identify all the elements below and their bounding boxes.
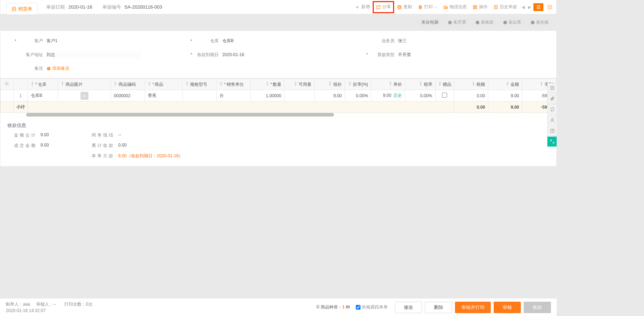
col-gift[interactable]: ▲▼赠品: [435, 79, 454, 90]
badge-uninvoiced: i 未开票: [444, 18, 470, 27]
col-amount[interactable]: ▲▼金额: [488, 79, 522, 90]
field-address: *客户地址 刘总: [15, 51, 190, 58]
truck-icon: [443, 5, 448, 10]
address-value[interactable]: 刘总: [47, 52, 55, 58]
field-invoice-type: *票据类型 不开票: [366, 51, 542, 58]
col-price[interactable]: ▲▼单价: [371, 79, 405, 90]
rail-expand[interactable]: [547, 137, 557, 147]
svg-rect-2: [398, 5, 400, 8]
subtotal-amount: 9.00: [488, 102, 522, 113]
footer-center: © 商品种类：1 种 价格跟踪本单: [316, 304, 388, 310]
row-index: 1: [13, 90, 28, 102]
cell-quote[interactable]: 9.00: [315, 90, 345, 102]
rail-notes[interactable]: [547, 83, 557, 93]
action-new[interactable]: 新增: [352, 2, 373, 12]
card-icon: [547, 4, 553, 10]
price-follow-checkbox[interactable]: 价格跟踪本单: [356, 304, 388, 310]
col-spec[interactable]: ▲▼规格型号: [183, 79, 217, 90]
svg-rect-10: [475, 5, 477, 7]
action-ops[interactable]: 操作: [470, 2, 490, 12]
cell-qty[interactable]: 1.00000: [250, 90, 284, 102]
footer-meta: 制单人：aaa 审核人：-- 打印次数：0次 2020-01-16 14:32:…: [6, 301, 93, 314]
cell-discount[interactable]: 0.00%: [345, 90, 371, 102]
gear-icon: [4, 81, 9, 86]
cell-spec[interactable]: [183, 90, 217, 102]
cell-image[interactable]: b: [58, 90, 111, 102]
gift-checkbox[interactable]: [442, 93, 447, 98]
col-product[interactable]: ▲▼*商品: [145, 79, 182, 90]
col-sku[interactable]: ▲▼商品编码: [111, 79, 145, 90]
main-panel: *客户 客户1 *仓库 仓库B *业务员 张三 *客户地址 刘总 *收款到期日 …: [0, 30, 557, 167]
edit-button[interactable]: 修改: [395, 302, 422, 313]
view-list[interactable]: [533, 3, 543, 11]
prev-doc[interactable]: ◀: [520, 2, 526, 12]
col-quote[interactable]: ▲▼报价: [315, 79, 345, 90]
col-qty[interactable]: ▲▼*数量: [250, 79, 284, 90]
accum-receipt: 0.00: [118, 143, 126, 149]
delete-button[interactable]: 删除: [425, 302, 452, 313]
cell-tax-rate[interactable]: 0.00%: [405, 90, 435, 102]
warehouse-value[interactable]: 仓库B: [222, 38, 234, 44]
salesman-value[interactable]: 张三: [398, 38, 407, 44]
rail-help[interactable]: [547, 126, 557, 136]
cell-gift[interactable]: [435, 90, 454, 102]
rail-user[interactable]: [547, 115, 557, 125]
deal-amount: 9.00: [40, 143, 49, 149]
field-salesman: *业务员 张三: [366, 38, 542, 44]
print-count: 0次: [86, 302, 93, 307]
cell-product[interactable]: 香蕉: [145, 90, 182, 102]
subtotal-row: 小计 0.00 9.00 -59.21: [1, 102, 556, 113]
col-available[interactable]: ▲▼可用量: [284, 79, 314, 90]
timestamp: 2020-01-16 14:32:07: [6, 308, 45, 313]
action-copy[interactable]: 复制: [394, 2, 415, 12]
cell-sale-unit[interactable]: 台: [217, 90, 251, 102]
field-customer: *客户 客户1: [15, 38, 190, 44]
rail-attach[interactable]: [547, 94, 557, 104]
cell-warehouse[interactable]: 仓库B: [28, 90, 58, 102]
invoice-type-value[interactable]: 不开票: [398, 52, 411, 58]
customer-value[interactable]: 客户1: [47, 38, 58, 44]
view-card[interactable]: [545, 3, 555, 11]
product-kinds: © 商品种类：1 种: [316, 304, 350, 310]
badge-unpaid: 未收款: [472, 18, 497, 27]
note-icon: [550, 85, 555, 90]
col-settings[interactable]: [1, 79, 14, 90]
audit-print-button[interactable]: 审核并打印: [455, 302, 491, 313]
next-doc[interactable]: ▶: [526, 2, 533, 12]
doc-meta: 单据日期 2020-01-16 单据编号 SA-20200116-003: [38, 0, 172, 14]
action-logistics[interactable]: 物流信息: [440, 2, 470, 12]
tab-wrap: 销货单: [0, 0, 38, 14]
grid-icon: [473, 5, 478, 10]
print-icon: [418, 5, 423, 10]
due-value[interactable]: 2020-01-16: [222, 52, 244, 57]
cell-price[interactable]: 9.00历史: [371, 90, 405, 102]
attachment-icon: [550, 96, 555, 101]
table-row[interactable]: 1 仓库B b 0000002 香蕉 台 1.00000 9.00 0.00% …: [1, 90, 556, 102]
price-history-link[interactable]: 历史: [393, 93, 402, 98]
action-share[interactable]: 分享: [373, 1, 394, 13]
col-sale-unit[interactable]: ▲▼*销售单位: [217, 79, 251, 90]
action-history[interactable]: 历史单据: [490, 2, 520, 12]
user-icon: [550, 118, 555, 123]
share-icon: [376, 5, 381, 10]
audit-button[interactable]: 审核: [494, 302, 521, 313]
table-hscroll[interactable]: [0, 113, 556, 117]
order-icon: [11, 6, 16, 11]
svg-rect-15: [550, 5, 552, 6]
svg-point-8: [446, 8, 447, 9]
list-icon: [536, 4, 541, 10]
action-print[interactable]: 打印: [415, 2, 440, 12]
cell-sku[interactable]: 0000002: [111, 90, 145, 102]
col-image[interactable]: ▲▼商品图片: [58, 79, 111, 90]
col-discount[interactable]: ▲▼折率(%): [345, 79, 371, 90]
col-tax-amt[interactable]: ▲▼税额: [454, 79, 488, 90]
svg-point-7: [444, 8, 445, 9]
svg-rect-12: [475, 8, 477, 9]
rail-refresh[interactable]: [547, 104, 557, 114]
field-note: *备注 添加备注: [15, 65, 190, 71]
col-tax-rate[interactable]: ▲▼税率: [405, 79, 435, 90]
info-icon: [503, 20, 507, 25]
tab-sales-order[interactable]: 销货单: [6, 3, 38, 14]
add-note-button[interactable]: 添加备注: [47, 65, 69, 71]
col-warehouse[interactable]: ▲▼*仓库: [28, 79, 58, 90]
